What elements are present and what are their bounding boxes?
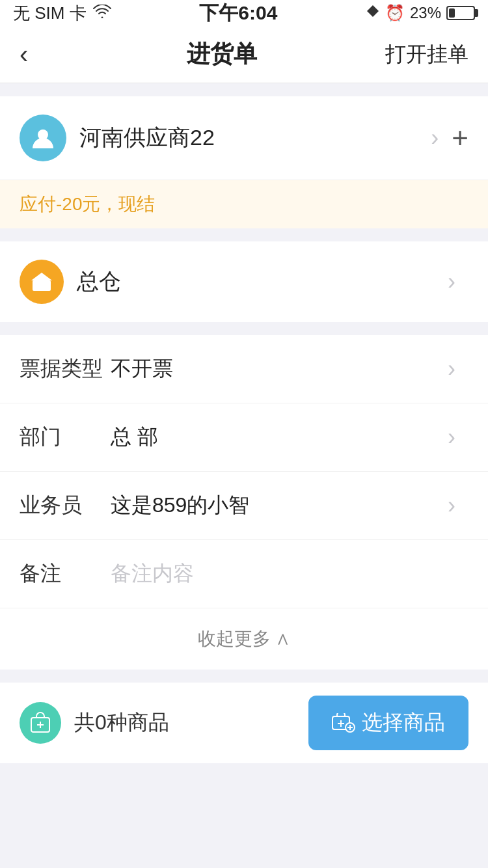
alarm-icon: ⏰ <box>385 4 405 22</box>
supplier-name: 河南供应商22 <box>79 123 431 153</box>
department-value: 总 部 <box>111 423 448 452</box>
collapse-button[interactable]: 收起更多 ∧ <box>0 608 488 670</box>
warehouse-chevron-icon: › <box>448 268 455 295</box>
battery-icon <box>446 6 475 20</box>
goods-count-label: 共0种商品 <box>74 709 295 737</box>
chevron-right-icon: › <box>431 124 439 152</box>
section-gap-1 <box>0 83 488 96</box>
supplier-row[interactable]: 河南供应商22 › + <box>0 96 488 180</box>
warehouse-label: 总仓 <box>77 267 448 297</box>
wifi-icon <box>93 3 111 23</box>
department-row[interactable]: 部门 总 部 › <box>0 403 488 471</box>
remark-placeholder: 备注内容 <box>111 560 468 588</box>
department-label: 部门 <box>20 423 111 452</box>
invoice-type-label: 票据类型 <box>20 355 111 383</box>
invoice-type-row[interactable]: 票据类型 不开票 › <box>0 335 488 403</box>
select-goods-label: 选择商品 <box>362 709 445 737</box>
payment-notice: 应付-20元，现结 <box>0 180 488 228</box>
page-title: 进货单 <box>187 38 257 70</box>
warehouse-icon <box>20 260 64 304</box>
avatar <box>20 115 66 161</box>
select-goods-button[interactable]: 选择商品 <box>308 696 468 750</box>
remark-label: 备注 <box>20 560 111 588</box>
section-gap-3 <box>0 322 488 335</box>
department-chevron-icon: › <box>448 424 455 451</box>
location-icon <box>366 4 380 22</box>
salesperson-row[interactable]: 业务员 这是859的小智 › <box>0 471 488 539</box>
battery-percent: 23% <box>410 4 441 22</box>
salesperson-label: 业务员 <box>20 491 111 520</box>
warehouse-card[interactable]: 总仓 › <box>0 241 488 322</box>
svg-rect-2 <box>38 284 46 291</box>
bottom-bar: 共0种商品 选择商品 <box>0 683 488 763</box>
nav-bar: ‹ 进货单 打开挂单 <box>0 26 488 83</box>
remark-row[interactable]: 备注 备注内容 <box>0 539 488 608</box>
back-button[interactable]: ‹ <box>20 40 59 69</box>
salesperson-value: 这是859的小智 <box>111 491 448 520</box>
status-left: 无 SIM 卡 <box>13 2 111 25</box>
form-card: 票据类型 不开票 › 部门 总 部 › 业务员 这是859的小智 › 备注 备注… <box>0 335 488 670</box>
open-pending-button[interactable]: 打开挂单 <box>385 40 468 69</box>
invoice-type-value: 不开票 <box>111 355 448 383</box>
status-bar: 无 SIM 卡 下午6:04 ⏰ 23% <box>0 0 488 26</box>
warehouse-row[interactable]: 总仓 › <box>0 241 488 322</box>
add-supplier-button[interactable]: + <box>452 122 468 154</box>
invoice-type-chevron-icon: › <box>448 355 455 383</box>
goods-icon <box>20 702 61 744</box>
carrier-label: 无 SIM 卡 <box>13 2 87 25</box>
status-right: ⏰ 23% <box>366 4 475 22</box>
supplier-card: 河南供应商22 › + 应付-20元，现结 <box>0 96 488 228</box>
status-time: 下午6:04 <box>199 0 277 27</box>
section-gap-2 <box>0 228 488 241</box>
salesperson-chevron-icon: › <box>448 492 455 519</box>
